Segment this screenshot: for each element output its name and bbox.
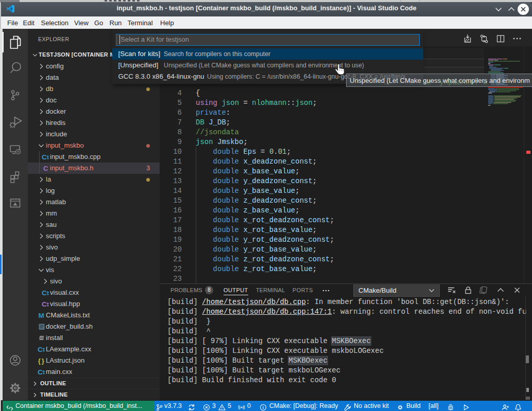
svg-text:C: C (42, 153, 47, 161)
svg-text:C: C (42, 300, 47, 308)
svg-text:C: C (43, 165, 48, 172)
svg-text:C: C (38, 346, 43, 353)
svg-text:{ }: { } (38, 358, 44, 365)
svg-text:C: C (42, 289, 47, 297)
svg-text:M: M (39, 312, 44, 319)
svg-text:C: C (38, 368, 43, 376)
